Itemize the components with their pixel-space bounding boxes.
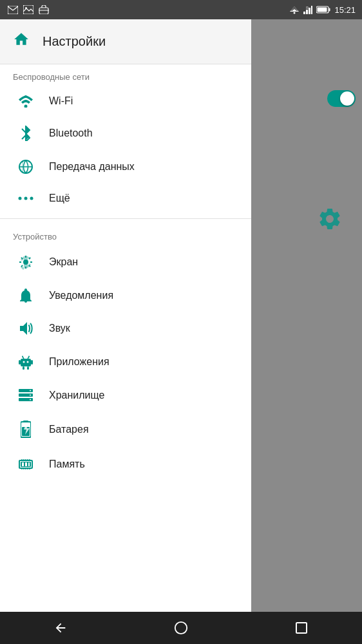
recent-apps-button[interactable] [282,615,321,641]
menu-item-data[interactable]: Передача данных [0,150,251,184]
gear-icon [317,206,343,238]
svg-rect-67 [22,462,24,466]
svg-marker-34 [20,322,27,335]
status-time: 15:21 [334,5,356,15]
drawer: Настройки Беспроводные сети Wi-Fi [0,19,251,612]
image-icon [22,4,35,15]
menu-item-notifications[interactable]: Уведомления [0,279,251,312]
storage-icon [13,388,39,402]
svg-rect-42 [19,360,21,365]
menu-item-more[interactable]: Ещё [0,184,251,213]
wifi-label: Wi-Fi [49,95,73,107]
menu-item-memory[interactable]: Память [0,448,251,481]
wifi-icon [13,95,39,108]
menu-item-screen[interactable]: Экран [0,245,251,279]
status-bar-left [6,4,50,15]
svg-point-24 [30,197,33,200]
wifi-toggle[interactable] [327,90,356,107]
svg-point-49 [30,390,31,392]
menu-item-apps[interactable]: Приложения [0,345,251,379]
bluetooth-icon [13,126,39,141]
svg-point-10 [294,12,296,14]
main-layout: Настройки Беспроводные сети Wi-Fi [0,19,362,612]
memory-icon [13,457,39,472]
signal-icon: R [303,5,312,14]
svg-rect-11 [303,12,305,14]
svg-rect-68 [25,462,27,466]
svg-rect-43 [31,360,33,365]
svg-rect-13 [309,8,310,14]
svg-point-41 [28,356,30,357]
svg-rect-71 [296,623,307,633]
battery-label: Батарея [49,424,89,435]
svg-point-19 [24,105,28,108]
svg-rect-14 [311,6,312,14]
section-divider-1 [0,218,251,219]
battery-status-icon [316,6,330,14]
battery-icon [13,421,39,439]
status-bar-right: R 15:21 [289,5,356,15]
svg-point-25 [23,260,28,265]
svg-point-51 [30,399,31,401]
settings-header: Настройки [0,19,251,64]
back-button[interactable] [41,615,80,641]
menu-item-bluetooth[interactable]: Bluetooth [0,117,251,150]
svg-rect-69 [28,462,30,466]
nav-bar [0,612,362,644]
bluetooth-label: Bluetooth [49,128,93,139]
more-icon [13,194,39,202]
status-bar: R 15:21 [0,0,362,19]
apps-icon [13,354,39,370]
svg-rect-45 [27,366,29,370]
memory-label: Память [49,459,85,470]
apps-label: Приложения [49,356,110,368]
svg-text:R: R [307,6,309,10]
toggle-knob [340,91,354,106]
svg-rect-3 [39,8,48,14]
data-icon [13,159,39,175]
svg-rect-35 [21,359,31,366]
wifi-status-icon [289,5,300,14]
storage-label: Хранилище [49,390,104,401]
svg-point-37 [27,361,29,363]
svg-point-40 [22,356,23,357]
svg-point-50 [30,395,31,396]
screen-label: Экран [49,256,78,268]
menu-item-sound[interactable]: Звук [0,312,251,345]
svg-point-36 [23,361,25,363]
svg-point-23 [24,197,28,200]
menu-item-battery[interactable]: Батарея [0,412,251,448]
svg-point-22 [19,197,22,200]
sound-label: Звук [49,323,70,334]
menu-item-wifi[interactable]: Wi-Fi [0,86,251,117]
email-icon [6,4,19,15]
settings-title: Настройки [43,34,106,49]
svg-rect-17 [329,8,330,12]
screen-icon [13,254,39,270]
bell-icon [13,288,39,303]
menu-item-storage[interactable]: Хранилище [0,379,251,412]
svg-rect-12 [306,10,308,14]
svg-rect-44 [23,366,24,370]
data-label: Передача данных [49,161,135,173]
section-wireless-label: Беспроводные сети [0,64,251,86]
sound-icon [13,321,39,336]
home-button[interactable] [162,615,200,641]
home-icon [13,31,30,52]
more-label: Ещё [49,193,70,204]
right-panel [251,19,362,612]
briefcase-icon [37,4,50,15]
section-device-label: Устройство [0,224,251,245]
svg-point-70 [175,622,187,634]
svg-rect-18 [318,8,327,12]
notifications-label: Уведомления [49,290,113,301]
